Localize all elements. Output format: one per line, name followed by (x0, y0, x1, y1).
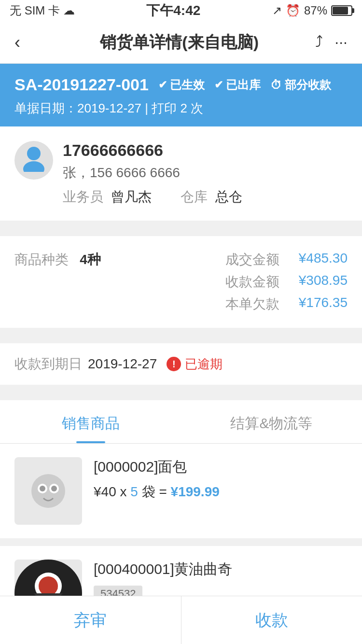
status-bar: 无 SIM 卡 ☁ 下午4:42 ↗ ⏰ 87% (0, 0, 362, 21)
category-label: 商品种类 (14, 252, 69, 267)
divider-2 (0, 336, 362, 343)
due-section: 收款到期日 2019-12-27 ! 已逾期 (0, 343, 362, 385)
status-left: 无 SIM 卡 ☁ (10, 3, 75, 18)
deal-label: 成交金额 (225, 251, 279, 269)
status-partial: ⏱ 部分收款 (270, 77, 331, 93)
received-row: 收款金额 ¥308.95 (225, 273, 348, 291)
sim-label: 无 SIM 卡 ☁ (10, 3, 75, 18)
multiply-1: x (120, 484, 131, 499)
svg-point-6 (51, 486, 57, 491)
salesperson-value: 曾凡杰 (111, 189, 152, 204)
header-date: 单据日期：2019-12-27 | 打印 2 次 (14, 100, 348, 117)
check-icon-2: ✔ (214, 79, 223, 91)
category-stat: 商品种类 4种 (14, 251, 101, 269)
due-date-value: 2019-12-27 (88, 356, 157, 372)
customer-id: 17666666666 (63, 141, 348, 160)
nav-bar: ‹ 销货单详情(来自电脑) ⤴ ··· (0, 21, 362, 64)
battery-percent: 87% (304, 4, 327, 17)
deal-value: ¥485.30 (299, 251, 348, 269)
price-1: ¥40 (94, 484, 116, 499)
divider-1 (0, 228, 362, 236)
time-label: 下午4:42 (146, 1, 200, 20)
product-placeholder-1 (14, 457, 82, 525)
warehouse-value: 总仓 (215, 189, 242, 204)
more-icon[interactable]: ··· (334, 33, 348, 51)
received-value: ¥308.95 (299, 273, 348, 291)
check-icon-1: ✔ (158, 79, 167, 91)
customer-meta: 业务员 曾凡杰 仓库 总仓 (63, 188, 348, 206)
qty-1: 5 (130, 484, 138, 499)
salesperson-field: 业务员 曾凡杰 (63, 188, 152, 206)
unit-1: 袋 (142, 484, 155, 499)
svg-point-5 (40, 486, 45, 491)
nav-actions: ⤴ ··· (315, 33, 348, 51)
stats-section: 商品种类 4种 成交金额 ¥485.30 收款金额 ¥308.95 本单欠款 ¥… (0, 236, 362, 328)
product-details-1: [0000002]面包 ¥40 x 5 袋 = ¥199.99 (94, 457, 348, 501)
overdue-text: 已逾期 (185, 356, 223, 373)
share-icon[interactable]: ⤴ (315, 33, 323, 51)
svg-point-0 (27, 147, 41, 160)
clock-icon: ⏱ (270, 78, 282, 92)
customer-section: 17666666666 张，156 6666 6666 业务员 曾凡杰 仓库 总… (0, 126, 362, 221)
status-shipped: ✔ 已出库 (214, 77, 261, 93)
cancel-button[interactable]: 弃审 (0, 596, 181, 644)
overdue-icon: ! (167, 357, 181, 371)
product-image-1 (14, 457, 82, 525)
avatar (14, 141, 53, 180)
warehouse-field: 仓库 总仓 (181, 188, 242, 206)
customer-name: 张，156 6666 6666 (63, 164, 348, 182)
overdue-badge: ! 已逾期 (167, 356, 223, 373)
received-label: 收款金额 (225, 273, 279, 291)
divider-3 (0, 392, 362, 400)
product-price-1: ¥40 x 5 袋 = ¥199.99 (94, 483, 348, 501)
order-number-row: SA-20191227-001 ✔ 已生效 ✔ 已出库 ⏱ 部分收款 (14, 75, 348, 94)
back-button[interactable]: ‹ (14, 28, 43, 57)
due-label: 收款到期日 (14, 355, 82, 373)
debt-row: 本单欠款 ¥176.35 (225, 295, 348, 313)
status-right: ↗ ⏰ 87% (272, 4, 352, 17)
product-name-1: [0000002]面包 (94, 457, 348, 477)
customer-info: 17666666666 张，156 6666 6666 业务员 曾凡杰 仓库 总… (63, 141, 348, 206)
svg-point-1 (23, 161, 44, 172)
tabs-section: 销售商品 结算&物流等 (0, 400, 362, 444)
warehouse-label: 仓库 (181, 189, 208, 204)
debt-label: 本单欠款 (225, 295, 279, 313)
order-number: SA-20191227-001 (14, 75, 149, 94)
financial-stats: 成交金额 ¥485.30 收款金额 ¥308.95 本单欠款 ¥176.35 (225, 251, 348, 313)
equals-1: = (159, 484, 170, 499)
header-banner: SA-20191227-001 ✔ 已生效 ✔ 已出库 ⏱ 部分收款 单据日期：… (0, 64, 362, 126)
tab-settlement[interactable]: 结算&物流等 (181, 400, 362, 443)
tab-products[interactable]: 销售商品 (0, 400, 181, 443)
alarm-icon: ⏰ (286, 4, 300, 17)
product-name-2: [000400001]黄油曲奇 (94, 560, 348, 579)
svg-point-2 (31, 474, 65, 508)
status-effective: ✔ 已生效 (158, 77, 205, 93)
avatar-icon (19, 143, 48, 178)
deal-row: 成交金额 ¥485.30 (225, 251, 348, 269)
confirm-button[interactable]: 收款 (181, 596, 362, 644)
total-1: ¥199.99 (171, 484, 220, 499)
page-title: 销货单详情(来自电脑) (100, 31, 259, 54)
category-value: 4种 (80, 252, 101, 267)
product-item: [0000002]面包 ¥40 x 5 袋 = ¥199.99 (0, 444, 362, 538)
bottom-bar: 弃审 收款 (0, 596, 362, 644)
location-icon: ↗ (272, 4, 282, 17)
debt-value: ¥176.35 (299, 295, 348, 313)
battery-icon (331, 5, 352, 16)
salesperson-label: 业务员 (63, 189, 103, 204)
